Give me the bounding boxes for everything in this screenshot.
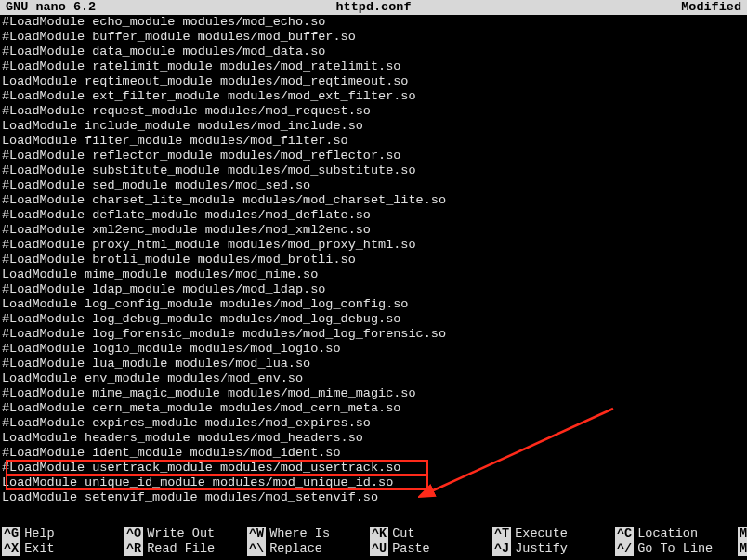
shortcut-key: ^R bbox=[124, 541, 143, 556]
editor-line[interactable]: #LoadModule ldap_module modules/mod_ldap… bbox=[2, 282, 747, 297]
editor-line[interactable]: #LoadModule cern_meta_module modules/mod… bbox=[2, 401, 747, 416]
editor-line[interactable]: #LoadModule charset_lite_module modules/… bbox=[2, 193, 747, 208]
shortcut-key: ^W bbox=[247, 527, 266, 541]
shortcut-where-is[interactable]: ^WWhere Is bbox=[247, 527, 359, 541]
shortcut-justify[interactable]: ^JJustify bbox=[492, 541, 604, 556]
editor-line[interactable]: #LoadModule usertrack_module modules/mod… bbox=[2, 461, 747, 475]
shortcut-key: ^\ bbox=[247, 541, 266, 556]
editor-line[interactable]: #LoadModule lua_module modules/mod_lua.s… bbox=[2, 357, 747, 371]
editor-line[interactable]: #LoadModule ident_module modules/mod_ide… bbox=[2, 446, 747, 461]
editor-line[interactable]: LoadModule unique_id_module modules/mod_… bbox=[2, 475, 747, 490]
shortcut-go-to-line[interactable]: ^/Go To Line bbox=[615, 541, 727, 556]
file-name: httpd.conf bbox=[251, 0, 496, 15]
shortcut-row-2: ^XExit^RRead File^\Replace^UPaste^JJusti… bbox=[2, 541, 747, 556]
shortcut-cut[interactable]: ^KCut bbox=[370, 527, 481, 541]
shortcut-key: ^C bbox=[615, 527, 634, 541]
editor-line[interactable]: LoadModule include_module modules/mod_in… bbox=[2, 119, 747, 134]
shortcut-key: M-U bbox=[738, 527, 747, 541]
shortcut-label: Read File bbox=[147, 541, 215, 556]
shortcut-undo[interactable]: M-UUndo bbox=[738, 527, 747, 541]
editor-content[interactable]: #LoadModule echo_module modules/mod_echo… bbox=[0, 15, 747, 505]
editor-line[interactable]: #LoadModule ratelimit_module modules/mod… bbox=[2, 59, 747, 74]
title-bar: GNU nano 6.2 httpd.conf Modified bbox=[0, 0, 747, 15]
shortcut-paste[interactable]: ^UPaste bbox=[370, 541, 481, 556]
editor-line[interactable]: #LoadModule sed_module modules/mod_sed.s… bbox=[2, 178, 747, 193]
shortcut-execute[interactable]: ^TExecute bbox=[492, 527, 604, 541]
editor-line[interactable]: #LoadModule substitute_module modules/mo… bbox=[2, 163, 747, 178]
shortcut-label: Cut bbox=[392, 527, 414, 541]
editor-line[interactable]: LoadModule headers_module modules/mod_he… bbox=[2, 431, 747, 446]
shortcut-key: ^O bbox=[124, 527, 143, 541]
shortcut-label: Exit bbox=[24, 541, 54, 556]
shortcut-key: ^K bbox=[370, 527, 388, 541]
editor-line[interactable]: #LoadModule xml2enc_module modules/mod_x… bbox=[2, 223, 747, 238]
editor-line[interactable]: #LoadModule expires_module modules/mod_e… bbox=[2, 416, 747, 431]
shortcut-row-1: ^GHelp^OWrite Out^WWhere Is^KCut^TExecut… bbox=[2, 527, 747, 541]
editor-line[interactable]: #LoadModule request_module modules/mod_r… bbox=[2, 104, 747, 119]
shortcut-label: Paste bbox=[392, 541, 430, 556]
shortcut-key: ^G bbox=[2, 527, 20, 541]
shortcut-read-file[interactable]: ^RRead File bbox=[124, 541, 236, 556]
shortcut-key: ^J bbox=[492, 541, 511, 556]
shortcut-replace[interactable]: ^\Replace bbox=[247, 541, 359, 556]
editor-line[interactable]: #LoadModule deflate_module modules/mod_d… bbox=[2, 208, 747, 223]
shortcut-label: Location bbox=[637, 527, 698, 541]
editor-line[interactable]: #LoadModule logio_module modules/mod_log… bbox=[2, 342, 747, 357]
editor-line[interactable]: #LoadModule ext_filter_module modules/mo… bbox=[2, 89, 747, 104]
shortcut-label: Replace bbox=[269, 541, 322, 556]
shortcut-label: Execute bbox=[515, 527, 568, 541]
shortcut-help[interactable]: ^GHelp bbox=[2, 527, 113, 541]
shortcut-label: Justify bbox=[515, 541, 568, 556]
editor-line[interactable]: LoadModule env_module modules/mod_env.so bbox=[2, 371, 747, 386]
shortcut-key: ^/ bbox=[615, 541, 634, 556]
editor-line[interactable]: #LoadModule reflector_module modules/mod… bbox=[2, 149, 747, 163]
editor-line[interactable]: LoadModule filter_module modules/mod_fil… bbox=[2, 134, 747, 149]
shortcut-key: M-E bbox=[738, 541, 747, 556]
editor-line[interactable]: LoadModule mime_module modules/mod_mime.… bbox=[2, 267, 747, 282]
app-name: GNU nano 6.2 bbox=[6, 0, 251, 15]
file-status: Modified bbox=[496, 0, 741, 15]
shortcut-label: Go To Line bbox=[637, 541, 713, 556]
editor-line[interactable]: #LoadModule buffer_module modules/mod_bu… bbox=[2, 30, 747, 45]
shortcut-key: ^U bbox=[370, 541, 388, 556]
shortcut-label: Help bbox=[24, 527, 54, 541]
editor-line[interactable]: LoadModule reqtimeout_module modules/mod… bbox=[2, 74, 747, 89]
editor-line[interactable]: #LoadModule echo_module modules/mod_echo… bbox=[2, 15, 747, 30]
shortcut-key: ^X bbox=[2, 541, 20, 556]
editor-line[interactable]: LoadModule log_config_module modules/mod… bbox=[2, 297, 747, 312]
shortcut-location[interactable]: ^CLocation bbox=[615, 527, 727, 541]
shortcut-label: Where Is bbox=[269, 527, 330, 541]
shortcut-label: Write Out bbox=[147, 527, 215, 541]
editor-line[interactable]: #LoadModule brotli_module modules/mod_br… bbox=[2, 253, 747, 267]
editor-line[interactable]: #LoadModule log_debug_module modules/mod… bbox=[2, 312, 747, 327]
editor-line[interactable]: LoadModule setenvif_module modules/mod_s… bbox=[2, 490, 747, 505]
editor-line[interactable]: #LoadModule proxy_html_module modules/mo… bbox=[2, 238, 747, 253]
editor-line[interactable]: #LoadModule mime_magic_module modules/mo… bbox=[2, 386, 747, 401]
editor-line[interactable]: #LoadModule log_forensic_module modules/… bbox=[2, 327, 747, 342]
shortcut-redo[interactable]: M-ERedo bbox=[738, 541, 747, 556]
editor-line[interactable]: #LoadModule data_module modules/mod_data… bbox=[2, 45, 747, 59]
shortcut-write-out[interactable]: ^OWrite Out bbox=[124, 527, 236, 541]
shortcut-bar: ^GHelp^OWrite Out^WWhere Is^KCut^TExecut… bbox=[0, 527, 747, 556]
shortcut-key: ^T bbox=[492, 527, 511, 541]
shortcut-exit[interactable]: ^XExit bbox=[2, 541, 113, 556]
